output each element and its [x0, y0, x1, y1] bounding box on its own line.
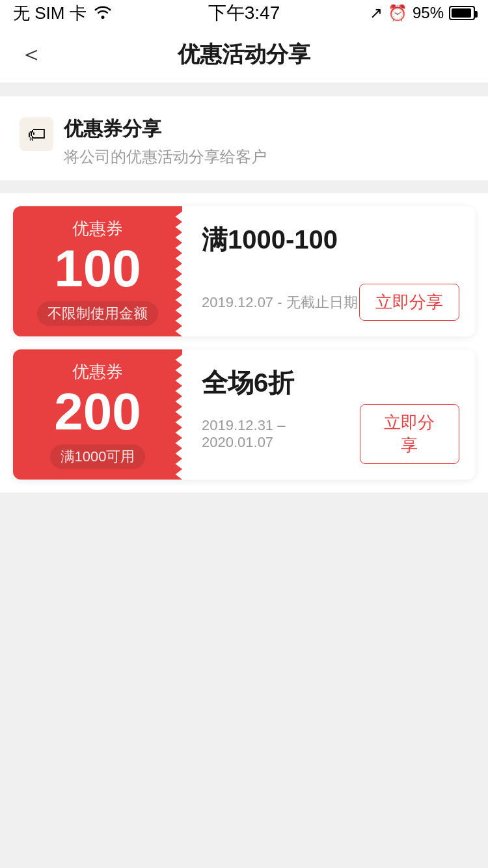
share-button-1[interactable]: 立即分享 [359, 284, 459, 321]
section-header: 🏷 优惠券分享 将公司的优惠活动分享给客户 [0, 96, 488, 180]
coupon-label-2: 优惠券 [72, 360, 123, 383]
coupon-date-2: 2019.12.31 – 2020.01.07 [202, 417, 360, 451]
coupon-condition-1: 不限制使用金额 [37, 301, 158, 326]
location-icon: ↗ [370, 4, 383, 22]
battery-icon [449, 6, 475, 20]
alarm-icon: ⏰ [388, 4, 407, 22]
coupon-right-2: 全场6折 2019.12.31 – 2020.01.07 立即分享 [182, 349, 475, 480]
coupon-name-2: 全场6折 [202, 365, 459, 401]
coupon-bottom-2: 2019.12.31 – 2020.01.07 立即分享 [202, 404, 459, 464]
coupon-card-1: 优惠券 100 不限制使用金额 满1000-100 2019.12.07 - 无… [13, 206, 475, 336]
status-right: ↗ ⏰ 95% [370, 4, 475, 22]
status-time: 下午3:47 [208, 1, 280, 25]
section-icon: 🏷 [20, 117, 53, 151]
nav-bar: ＜ 优惠活动分享 [0, 26, 488, 83]
coupon-left-1: 优惠券 100 不限制使用金额 [13, 206, 182, 336]
coupon-amount-2: 200 [54, 386, 141, 438]
coupon-label-1: 优惠券 [72, 217, 123, 240]
nav-title: 优惠活动分享 [178, 40, 310, 70]
share-button-2[interactable]: 立即分享 [360, 404, 459, 464]
coupon-card-2: 优惠券 200 满1000可用 全场6折 2019.12.31 – 2020.0… [13, 349, 475, 480]
coupon-list: 优惠券 100 不限制使用金额 满1000-100 2019.12.07 - 无… [0, 193, 488, 493]
coupon-date-1: 2019.12.07 - 无截止日期 [202, 293, 358, 312]
section-text: 优惠券分享 将公司的优惠活动分享给客户 [64, 116, 267, 167]
coupon-condition-2: 满1000可用 [50, 444, 146, 469]
coupon-name-1: 满1000-100 [202, 222, 459, 258]
page-background [0, 493, 488, 868]
coupon-amount-1: 100 [54, 243, 141, 295]
carrier-text: 无 SIM 卡 [13, 2, 87, 25]
coupon-bottom-1: 2019.12.07 - 无截止日期 立即分享 [202, 284, 459, 321]
coupon-icon: 🏷 [27, 124, 46, 145]
back-button[interactable]: ＜ [20, 38, 43, 70]
status-bar: 无 SIM 卡 下午3:47 ↗ ⏰ 95% [0, 0, 488, 26]
status-left: 无 SIM 卡 [13, 2, 113, 25]
battery-text: 95% [413, 4, 444, 22]
section-title: 优惠券分享 [64, 116, 267, 142]
coupon-right-1: 满1000-100 2019.12.07 - 无截止日期 立即分享 [182, 206, 475, 336]
section-subtitle: 将公司的优惠活动分享给客户 [64, 146, 267, 167]
coupon-left-2: 优惠券 200 满1000可用 [13, 349, 182, 480]
wifi-icon [93, 3, 113, 23]
